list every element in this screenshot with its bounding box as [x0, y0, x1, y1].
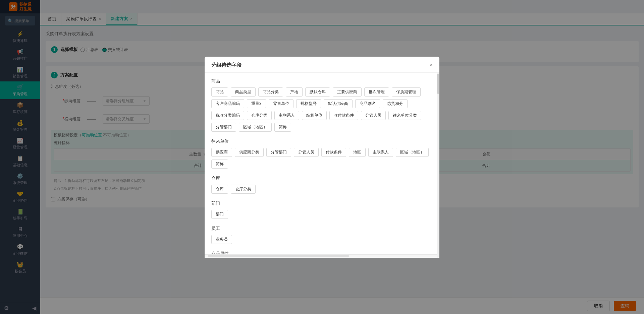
hscroll-thumb — [208, 255, 349, 257]
partner-tags: 供应商 供应商分类 分管部门 分管人员 付款条件 地区 主联系人 区域（地区） … — [211, 148, 433, 169]
tag-area-product[interactable]: 区域（地区） — [239, 123, 272, 132]
tag-shelf-life[interactable]: 保质期管理 — [392, 87, 421, 97]
modal-vscrollbar[interactable] — [437, 73, 439, 258]
tag-supplier-category[interactable]: 供应商分类 — [235, 148, 264, 157]
modal-hscrollbar[interactable] — [205, 254, 439, 258]
modal-body: 商品 商品 商品类型 商品分类 产地 默认仓库 主要供应商 批次管理 保质期管理… — [205, 73, 439, 254]
tag-product-category[interactable]: 商品分类 — [258, 87, 283, 97]
tag-weight3[interactable]: 重量3 — [247, 99, 266, 108]
tag-main-contact-partner[interactable]: 主联系人 — [368, 148, 393, 157]
tag-origin[interactable]: 产地 — [286, 87, 303, 97]
warehouse-tags: 仓库 仓库分类 — [211, 185, 433, 194]
section-employee-title: 员工 — [211, 226, 433, 232]
modal-header: 分组待选字段 × — [205, 57, 439, 73]
tag-payment-terms[interactable]: 收付款条件 — [329, 111, 358, 120]
tag-dept[interactable]: 部门 — [211, 210, 228, 219]
vscroll-thumb — [437, 74, 439, 94]
modal-overlay: 分组待选字段 × 商品 商品 商品类型 商品分类 产地 默认仓库 主要供应商 批… — [0, 0, 644, 314]
tag-spec-model[interactable]: 规格型号 — [296, 99, 321, 108]
tag-product-type[interactable]: 商品类型 — [231, 87, 256, 97]
product-tags: 商品 商品类型 商品分类 产地 默认仓库 主要供应商 批次管理 保质期管理 客户… — [211, 87, 433, 132]
tag-short-name-partner[interactable]: 简称 — [211, 160, 228, 169]
section-product-attr-title: 商品属性 — [211, 251, 433, 254]
section-dept-title: 部门 — [211, 200, 433, 206]
tag-default-warehouse[interactable]: 默认仓库 — [305, 87, 330, 97]
field-section-warehouse: 仓库 仓库 仓库分类 — [211, 175, 433, 194]
employee-tags: 业务员 — [211, 235, 433, 244]
field-section-dept: 部门 部门 — [211, 200, 433, 219]
modal-close-button[interactable]: × — [430, 62, 433, 68]
section-product-title: 商品 — [211, 78, 433, 84]
section-partner-title: 往来单位 — [211, 138, 433, 144]
tag-main-supplier[interactable]: 主要供应商 — [333, 87, 362, 97]
tag-partner-category[interactable]: 往来单位分类 — [388, 111, 421, 120]
tag-tax-code[interactable]: 税收分类编码 — [211, 111, 244, 120]
tag-warehouse-type[interactable]: 仓库分类 — [231, 185, 256, 194]
field-section-product: 商品 商品 商品类型 商品分类 产地 默认仓库 主要供应商 批次管理 保质期管理… — [211, 78, 433, 132]
tag-supplier[interactable]: 供应商 — [211, 148, 232, 157]
tag-supervisor-partner[interactable]: 分管人员 — [294, 148, 319, 157]
modal: 分组待选字段 × 商品 商品 商品类型 商品分类 产地 默认仓库 主要供应商 批… — [205, 57, 439, 258]
tag-salesperson[interactable]: 业务员 — [211, 235, 232, 244]
tag-settlement-unit[interactable]: 结算单位 — [302, 111, 327, 120]
tag-main-contact[interactable]: 主联系人 — [274, 111, 299, 120]
modal-title: 分组待选字段 — [211, 62, 241, 68]
tag-region-partner[interactable]: 地区 — [349, 148, 366, 157]
tag-warehouse-category[interactable]: 仓库分类 — [247, 111, 272, 120]
tag-product[interactable]: 商品 — [211, 87, 228, 97]
field-section-partner: 往来单位 供应商 供应商分类 分管部门 分管人员 付款条件 地区 主联系人 区域… — [211, 138, 433, 169]
tag-retail-unit[interactable]: 零售单位 — [269, 99, 293, 108]
tag-short-name-product[interactable]: 简称 — [274, 123, 291, 132]
tag-area-partner[interactable]: 区域（地区） — [396, 148, 429, 157]
tag-dept-mgmt[interactable]: 分管部门 — [211, 123, 236, 132]
tag-warehouse[interactable]: 仓库 — [211, 185, 228, 194]
tag-payment-terms-partner[interactable]: 付款条件 — [321, 148, 346, 157]
tag-customer-code[interactable]: 客户商品编码 — [211, 99, 244, 108]
tag-batch-mgmt[interactable]: 批次管理 — [364, 87, 389, 97]
dept-tags: 部门 — [211, 210, 433, 219]
section-warehouse-title: 仓库 — [211, 175, 433, 181]
tag-dept-partner[interactable]: 分管部门 — [266, 148, 291, 157]
tag-reward-points[interactable]: 炼货积分 — [383, 99, 408, 108]
field-section-employee: 员工 业务员 — [211, 226, 433, 244]
tag-default-supplier[interactable]: 默认供应商 — [324, 99, 353, 108]
tag-product-alias[interactable]: 商品别名 — [355, 99, 380, 108]
tag-supervisor[interactable]: 分管人员 — [361, 111, 386, 120]
field-section-product-attr: 商品属性 属性 颜色 多规格 尺码 鞋码 1 — [211, 251, 433, 254]
